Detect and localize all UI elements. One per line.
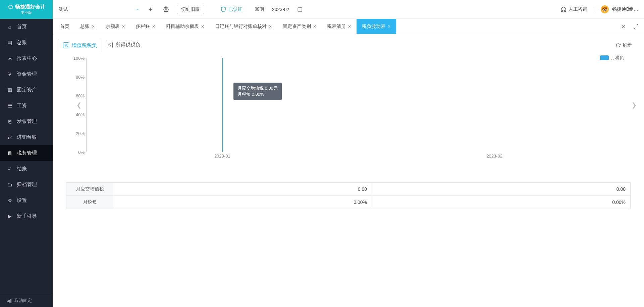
chart-container: 月税负 0%20%40%60%80%100% ❮ ❯ 月应交增值税 0.00元 … xyxy=(53,51,644,162)
settings-icon[interactable] xyxy=(161,5,171,14)
refresh-button[interactable]: 刷新 xyxy=(616,42,639,48)
sub-tab-1[interactable]: 税所得税税负 xyxy=(102,39,145,51)
y-tick: 40% xyxy=(66,112,85,117)
headphone-icon xyxy=(560,6,567,12)
nav-icon: ✓ xyxy=(7,166,13,172)
sidebar-item-8[interactable]: 🗎税务管理 xyxy=(0,145,53,161)
table-cell: 0.00% xyxy=(113,196,372,209)
sidebar-item-4[interactable]: ▦固定资产 xyxy=(0,82,53,98)
sidebar-item-12[interactable]: ▶新手引导 xyxy=(0,208,53,224)
tab-close-icon[interactable]: ✕ xyxy=(348,24,351,29)
tab-2[interactable]: 余额表✕ xyxy=(100,19,130,34)
tab-label: 税表清册 xyxy=(327,24,346,30)
sidebar-item-9[interactable]: ✓结账 xyxy=(0,161,53,177)
tab-5[interactable]: 日记账与银行对账单核对✕ xyxy=(210,19,277,34)
tab-4[interactable]: 科目辅助余额表✕ xyxy=(161,19,210,34)
sidebar-item-label: 设置 xyxy=(17,197,27,204)
nav-icon: ⌂ xyxy=(7,24,13,30)
nav-icon: ▶ xyxy=(7,213,13,219)
company-name: 测试 xyxy=(59,6,68,12)
add-button[interactable] xyxy=(146,5,155,14)
nav-icon: ⚙ xyxy=(7,198,13,204)
tab-close-icon[interactable]: ✕ xyxy=(152,24,155,29)
sidebar-item-label: 工资 xyxy=(17,102,27,109)
calendar-icon[interactable] xyxy=(295,5,305,14)
refresh-label: 刷新 xyxy=(623,42,632,48)
nav-icon: ▦ xyxy=(7,87,13,93)
topbar: 测试 切到旧版 已认证 账期 2023-02 xyxy=(53,0,644,19)
tab-bar: 首页总账✕余额表✕多栏账✕科目辅助余额表✕日记账与银行对账单核对✕固定资产类别✕… xyxy=(53,19,644,34)
nav-icon: 🗀 xyxy=(7,182,13,188)
sidebar-item-0[interactable]: ⌂首页 xyxy=(0,19,53,35)
y-tick: 20% xyxy=(66,131,85,136)
company-select[interactable]: 测试 xyxy=(59,6,140,12)
cloud-icon xyxy=(8,4,14,10)
data-table: 月应交增值税0.000.00月税负0.00%0.00% xyxy=(66,182,631,209)
tab-close-icon[interactable]: ✕ xyxy=(269,24,272,29)
period-value: 2023-02 xyxy=(272,7,289,12)
refresh-icon xyxy=(616,43,621,48)
tab-close-icon[interactable]: ✕ xyxy=(122,24,125,29)
sidebar-item-label: 发票管理 xyxy=(17,118,37,125)
sidebar-item-3[interactable]: ¥资金管理 xyxy=(0,66,53,82)
sidebar-item-label: 资金管理 xyxy=(17,71,37,77)
nav-icon: ⫘ xyxy=(7,55,13,61)
fullscreen-icon[interactable] xyxy=(631,22,641,31)
tab-label: 首页 xyxy=(60,24,69,30)
sidebar-item-label: 报表中心 xyxy=(17,55,37,61)
user-name: 畅捷通B组... xyxy=(612,6,638,12)
svg-rect-3 xyxy=(298,7,302,11)
nav-icon: ⇄ xyxy=(7,134,13,140)
sub-tab-0[interactable]: 税增值税税负 xyxy=(58,39,102,51)
close-tab-button[interactable] xyxy=(619,22,628,31)
switch-old-version-button[interactable]: 切到旧版 xyxy=(177,5,204,14)
chart-next-button[interactable]: ❯ xyxy=(632,101,637,109)
main-area: 测试 切到旧版 已认证 账期 2023-02 xyxy=(53,0,644,307)
sidebar-item-label: 新手引导 xyxy=(17,213,37,219)
tab-6[interactable]: 固定资产类别✕ xyxy=(277,19,322,34)
nav-icon: 🗎 xyxy=(7,150,13,156)
tab-close-icon[interactable]: ✕ xyxy=(92,24,95,29)
tab-3[interactable]: 多栏账✕ xyxy=(130,19,161,34)
chart-prev-button[interactable]: ❮ xyxy=(76,101,82,109)
sidebar-item-5[interactable]: ☰工资 xyxy=(0,98,53,114)
user-menu[interactable]: 🐯 畅捷通B组... xyxy=(601,5,638,13)
sidebar-item-11[interactable]: ⚙设置 xyxy=(0,192,53,208)
tab-close-icon[interactable]: ✕ xyxy=(201,24,204,29)
sidebar-item-1[interactable]: ▤总账 xyxy=(0,35,53,50)
svg-point-2 xyxy=(165,8,167,10)
sidebar-item-6[interactable]: ⎘发票管理 xyxy=(0,114,53,129)
sub-tab-label: 所得税税负 xyxy=(115,42,141,48)
sidebar-item-2[interactable]: ⫘报表中心 xyxy=(0,50,53,66)
content-area: 税增值税税负税所得税税负 刷新 月税负 0%20%40%60%80%100% ❮ xyxy=(53,34,644,307)
table-cell: 0.00 xyxy=(113,183,372,196)
sidebar-item-10[interactable]: 🗀归档管理 xyxy=(0,177,53,192)
brand-name: 畅捷通好会计 xyxy=(15,4,45,10)
consult-button[interactable]: 人工咨询 xyxy=(560,6,587,12)
tab-close-icon[interactable]: ✕ xyxy=(387,24,391,29)
sidebar-item-label: 结账 xyxy=(17,166,27,172)
sidebar-item-7[interactable]: ⇄进销台账 xyxy=(0,129,53,145)
tab-8[interactable]: 税负波动表✕ xyxy=(357,19,396,34)
period-label: 账期 xyxy=(255,6,264,12)
sidebar-item-label: 税务管理 xyxy=(17,150,37,156)
tab-0[interactable]: 首页 xyxy=(55,19,75,34)
tab-label: 固定资产类别 xyxy=(283,24,311,30)
chart-tooltip: 月应交增值税 0.00元 月税负 0.00% xyxy=(233,83,282,100)
nav-icon: ☰ xyxy=(7,103,13,109)
consult-label: 人工咨询 xyxy=(569,6,587,12)
row-head: 月税负 xyxy=(66,196,113,209)
row-head: 月应交增值税 xyxy=(66,183,113,196)
tab-close-icon[interactable]: ✕ xyxy=(313,24,316,29)
tab-1[interactable]: 总账✕ xyxy=(75,19,100,34)
sub-tab-label: 增值税税负 xyxy=(72,42,97,49)
tab-7[interactable]: 税表清册✕ xyxy=(322,19,357,34)
sidebar-item-label: 总账 xyxy=(17,39,27,46)
tab-label: 总账 xyxy=(80,24,90,30)
chart-plot: 0%20%40%60%80%100% ❮ ❯ 月应交增值税 0.00元 月税负 … xyxy=(86,58,631,159)
pin-toggle[interactable]: ◀|| 取消固定 xyxy=(0,294,53,307)
x-tick: 2023-02 xyxy=(486,154,502,159)
y-tick: 100% xyxy=(66,56,85,61)
nav-icon: ▤ xyxy=(7,40,13,46)
verified-label: 已认证 xyxy=(228,6,243,12)
